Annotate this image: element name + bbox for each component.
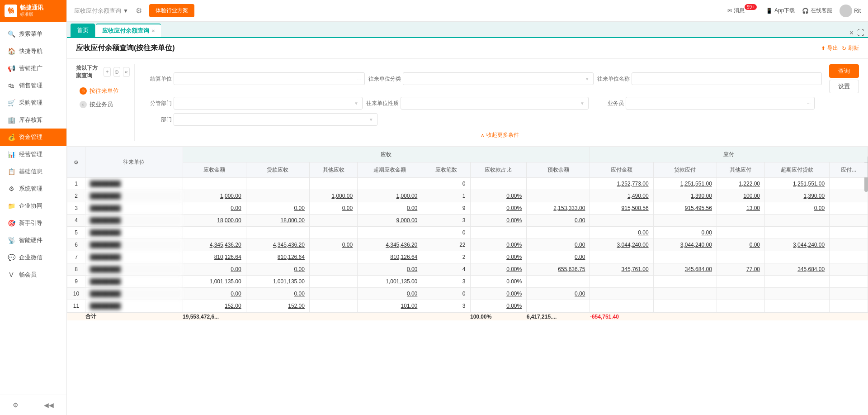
unit-name-cell[interactable]: ████████ [85, 300, 183, 313]
sidebar-item-marketing[interactable]: 📢 营销推广 [0, 60, 66, 77]
sidebar-item-member[interactable]: V 畅会员 [0, 266, 66, 283]
query-settings-icon[interactable]: ⊙ [113, 67, 120, 77]
col-ar-prepay: 预收余额 [527, 162, 590, 178]
tab-home[interactable]: 首页 [71, 24, 95, 37]
sidebar-nav: 🔍 搜索菜单 🏠 快捷导航 📢 营销推广 🛍 销售管理 🛒 采购管理 🏢 库存核… [0, 22, 66, 395]
sidebar-item-search[interactable]: 🔍 搜索菜单 [0, 25, 66, 43]
sidebar-item-cooperation[interactable]: 📁 企业协同 [0, 197, 66, 215]
tabs-bar: 首页 应收应付余额查询 × × ⛶ [67, 22, 868, 38]
col-ar-other: 其他应收 [309, 162, 357, 178]
sidebar-label-quick: 快捷导航 [19, 47, 42, 55]
dept-select[interactable]: ▼ [174, 97, 363, 110]
sidebar-item-wechat[interactable]: 💬 企业微信 [0, 249, 66, 266]
solution-button[interactable]: 体验行业方案 [149, 4, 194, 17]
table-row: 6████████4,345,436.204,345,436.200.004,3… [67, 239, 868, 251]
chevron-down-icon: ▼ [585, 76, 590, 81]
sidebar-item-hardware[interactable]: 📡 智能硬件 [0, 232, 66, 249]
sidebar-item-basic[interactable]: 📋 基础信息 [0, 163, 66, 180]
unit-name-cell[interactable]: ████████ [85, 288, 183, 300]
col-gear[interactable]: ⚙ [67, 147, 85, 178]
main-content: 应收应付余额查询(按往来单位) ⬆ 导出 ↻ 刷新 按以下方案查询 + ⊙ « [67, 38, 868, 415]
table-row: 9████████1,001,135.001,001,135.001,001,1… [67, 276, 868, 288]
app-download-button[interactable]: 📱 App下载 [766, 7, 795, 14]
unit-name-cell[interactable]: ████████ [85, 263, 183, 276]
topbar-gear-icon[interactable]: ⚙ [134, 5, 144, 17]
table-row: 7████████810,126.64810,126.64810,126.642… [67, 251, 868, 263]
tab-close-icon[interactable]: × [152, 28, 155, 33]
table-container[interactable]: ⚙ 往来单位 应收 应付 应收金额 贷款应收 其他应收 超期应收金额 应收笔数 … [67, 147, 868, 415]
unit-nature-select[interactable]: ▼ [401, 97, 589, 110]
topbar-breadcrumb-dropdown[interactable]: 应收应付余额查询 ▼ [74, 7, 128, 15]
query-collapse-icon[interactable]: « [123, 67, 130, 77]
collapse-sidebar-button[interactable]: ◀◀ [41, 399, 57, 411]
col-ar-overdue: 超期应收金额 [358, 162, 422, 178]
inventory-icon: 🏢 [7, 116, 15, 124]
close-window-icon[interactable]: × [849, 29, 854, 37]
table-row: 5████████00.000.00 [67, 227, 868, 239]
unit-category-label: 往来单位分类 [368, 75, 401, 83]
table-row: 11████████152.00152.00101.0030.00% [67, 300, 868, 313]
sidebar-item-purchase[interactable]: 🛒 采购管理 [0, 94, 66, 111]
operations-icon: 📊 [7, 150, 15, 158]
table-row: 8████████0.000.000.0040.00%655,636.75345… [67, 263, 868, 276]
query-button[interactable]: 查询 [829, 64, 859, 78]
settlement-unit-input[interactable]: ··· [174, 72, 365, 85]
unit-name-cell[interactable]: ████████ [85, 178, 183, 190]
table-row: 10████████0.000.000.0000.00%0.00 [67, 288, 868, 300]
query-by-salesman-item[interactable]: ○ 按业务员 [76, 98, 130, 111]
online-service-label: 在线客服 [811, 7, 832, 14]
sidebar-label-finance: 资金管理 [19, 133, 42, 141]
unit-name-cell[interactable]: ████████ [85, 215, 183, 227]
marketing-icon: 📢 [7, 64, 15, 72]
logo-title: 畅捷通讯 [20, 4, 43, 11]
query-panel-label: 按以下方案查询 [76, 64, 101, 80]
messages-badge: 99+ [745, 4, 757, 10]
sidebar-label-purchase: 采购管理 [19, 99, 42, 107]
sidebar-item-inventory[interactable]: 🏢 库存核算 [0, 111, 66, 129]
online-service-button[interactable]: 🎧 在线客服 [802, 7, 832, 14]
table-row: 4████████18,000.0018,000.009,000.0030.00… [67, 215, 868, 227]
add-query-button[interactable]: + [104, 67, 110, 77]
dept2-select[interactable]: ▼ [174, 113, 377, 126]
expand-window-icon[interactable]: ⛶ [857, 29, 864, 37]
user-avatar[interactable]: Rit [840, 5, 861, 17]
unit-name-cell[interactable]: ████████ [85, 251, 183, 263]
unit-name-cell[interactable]: ████████ [85, 239, 183, 251]
sidebar-label-operations: 经营管理 [19, 150, 42, 158]
sidebar-item-sales[interactable]: 🛍 销售管理 [0, 77, 66, 94]
messages-button[interactable]: ✉ 消息 99+ [727, 7, 759, 14]
col-ar-count: 应收笔数 [422, 162, 470, 178]
salesman-input[interactable]: ··· [626, 97, 815, 110]
refresh-button[interactable]: ↻ 刷新 [842, 44, 859, 52]
query-by-unit-item[interactable]: ⊙ 按往来单位 [76, 84, 130, 98]
sidebar-item-finance[interactable]: 💰 资金管理 [0, 129, 66, 146]
table-row: 2████████1,000.001,000.001,000.0010.00%1… [67, 190, 868, 202]
unit-name-cell[interactable]: ████████ [85, 227, 183, 239]
unit-name-cell[interactable]: ████████ [85, 276, 183, 288]
basic-icon: 📋 [7, 167, 15, 176]
sidebar-item-system[interactable]: ⚙ 系统管理 [0, 180, 66, 197]
unit-name-cell[interactable]: ████████ [85, 202, 183, 215]
sidebar-item-operations[interactable]: 📊 经营管理 [0, 146, 66, 163]
export-button[interactable]: ⬆ 导出 [821, 44, 838, 52]
settings-button[interactable]: 设置 [829, 80, 859, 93]
unit-name-cell[interactable]: ████████ [85, 190, 183, 202]
sidebar-label-hardware: 智能硬件 [19, 236, 42, 244]
collapse-more-button[interactable]: ∧ 收起更多条件 [140, 129, 859, 141]
footer-ar-ratio: 100.00% [470, 312, 527, 320]
sidebar-item-quick[interactable]: 🏠 快捷导航 [0, 43, 66, 60]
dept-chevron-icon: ▼ [354, 101, 359, 106]
hardware-icon: 📡 [7, 236, 15, 244]
unit-category-select[interactable]: ▼ [403, 72, 593, 85]
sidebar-label-member: 畅会员 [19, 271, 37, 279]
settlement-unit-label: 结算单位 [140, 75, 172, 83]
footer-label: 合计 [85, 312, 183, 320]
system-icon: ⚙ [7, 185, 15, 193]
user-name: Rit [854, 8, 861, 14]
settings-bottom-button[interactable]: ⚙ [10, 399, 21, 411]
tab-home-label: 首页 [77, 26, 89, 34]
unit-name-input[interactable] [632, 72, 822, 85]
col-unit: 往来单位 [85, 147, 183, 178]
tab-ar-query[interactable]: 应收应付余额查询 × [96, 24, 161, 37]
sidebar-item-guide[interactable]: 🎯 新手引导 [0, 215, 66, 232]
